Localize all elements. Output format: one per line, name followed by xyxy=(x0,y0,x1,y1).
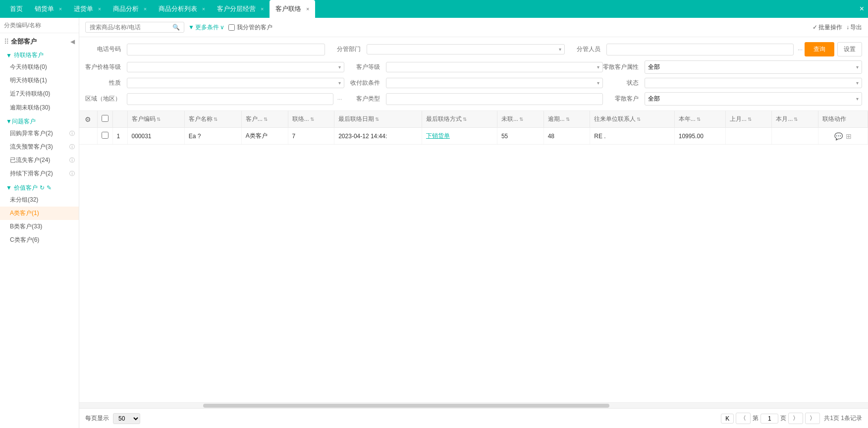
td-check-0 xyxy=(97,128,112,145)
sidebar-item-class-b[interactable]: B类客户(33) xyxy=(0,220,79,233)
page-size-select[interactable]: 50 100 200 xyxy=(113,413,140,424)
retail-customer-select[interactable]: 全部 ▾ xyxy=(645,92,862,106)
sidebar-item-unclassified[interactable]: 未分组(32) xyxy=(0,193,79,207)
status-select[interactable]: ▾ xyxy=(645,78,862,88)
customer-type-input[interactable] xyxy=(386,93,603,105)
search-box[interactable]: 🔍 xyxy=(85,22,184,33)
customer-level-select[interactable]: ▾ xyxy=(386,62,603,72)
region-more-button[interactable]: ··· xyxy=(335,96,344,103)
chat-icon-0[interactable]: 💬 xyxy=(834,132,843,140)
select-all-checkbox[interactable] xyxy=(102,115,108,122)
export-button[interactable]: ↓ 导出 xyxy=(846,23,862,32)
page-size-label: 每页显示 xyxy=(85,414,109,423)
row-checkbox-0[interactable] xyxy=(102,132,108,139)
sidebar-item-overdue[interactable]: 逾期未联络(30) xyxy=(0,101,79,114)
nav-customer-tier[interactable]: 客户分层经营 × xyxy=(211,0,270,18)
value-refresh-icon[interactable]: ↻ xyxy=(40,184,45,191)
retail-attr-select[interactable]: 全部 ▾ xyxy=(645,60,862,74)
nature-select[interactable]: ▾ xyxy=(127,78,344,88)
td-last-method-0: 下销货单 xyxy=(422,128,497,145)
nav-customer-contact[interactable]: 客户联络 × xyxy=(270,0,315,18)
close-product-analysis-list[interactable]: × xyxy=(202,6,205,12)
sort-unit-contact-icon[interactable]: ⇅ xyxy=(637,116,641,122)
sidebar-item-repurchase-anomaly[interactable]: 回购异常客户(2) ⓘ xyxy=(0,127,79,140)
th-check xyxy=(97,111,112,128)
value-edit-icon[interactable]: ✎ xyxy=(47,184,52,191)
sidebar-item-today[interactable]: 今天待联络(0) xyxy=(0,60,79,74)
table-row: 1 000031 Ea ? A类客户 7 2023-04-12 14:44: 下… xyxy=(79,128,868,145)
filter-cell-payment: 收付款条件 ▾ xyxy=(344,78,603,88)
prev-page-button[interactable]: 〈 xyxy=(736,413,751,424)
my-customer-checkbox[interactable]: 我分管的客户 xyxy=(228,23,272,32)
batch-op-icon: ✓ xyxy=(813,24,817,31)
sort-code-icon[interactable]: ⇅ xyxy=(157,116,161,122)
scrollbar-thumb[interactable] xyxy=(203,404,609,408)
customer-level-label: 客户等级 xyxy=(344,63,384,71)
phone-input[interactable] xyxy=(127,44,325,55)
last-method-link-0[interactable]: 下销货单 xyxy=(426,132,450,139)
sort-name-icon[interactable]: ⇅ xyxy=(214,116,217,122)
nav-product-analysis-list[interactable]: 商品分析列表 × xyxy=(153,0,211,18)
sort-overdue-icon[interactable]: ⇅ xyxy=(566,116,570,122)
nav-product-analysis[interactable]: 商品分析 × xyxy=(107,0,153,18)
sidebar-item-churned[interactable]: 已流失客户(24) ⓘ xyxy=(0,154,79,167)
close-product-analysis[interactable]: × xyxy=(144,6,147,12)
value-group-label: 价值客户 xyxy=(14,184,38,192)
nav-sales-order[interactable]: 销货单 × xyxy=(29,0,68,18)
sort-last-date-icon[interactable]: ⇅ xyxy=(375,116,379,122)
next-page-button[interactable]: 〉 xyxy=(788,413,803,424)
sidebar-problem-group[interactable]: ▼ 问题客户 xyxy=(0,114,79,127)
sort-contact-icon[interactable]: ⇅ xyxy=(310,116,314,122)
region-input[interactable] xyxy=(127,93,333,105)
sidebar-item-tomorrow[interactable]: 明天待联络(1) xyxy=(0,74,79,87)
sidebar-pending-group[interactable]: ▼ 待联络客户 xyxy=(0,48,79,60)
nature-label: 性质 xyxy=(85,79,125,87)
sort-type-icon[interactable]: ⇅ xyxy=(264,116,268,122)
manager-input[interactable] xyxy=(606,44,794,55)
sidebar-item-class-c[interactable]: C类客户(6) xyxy=(0,233,79,247)
dept-select[interactable]: ▾ xyxy=(367,44,565,54)
td-name-0: Ea ? xyxy=(184,128,241,145)
sort-no-contact-icon[interactable]: ⇅ xyxy=(519,116,523,122)
last-page-button[interactable]: 〉 xyxy=(805,413,820,424)
more-filter-button[interactable]: ▼ 更多条件 ∨ xyxy=(188,23,224,32)
payment-select[interactable]: ▾ xyxy=(386,78,603,88)
table-gear-icon[interactable]: ⚙ xyxy=(85,115,91,123)
first-page-button[interactable]: K xyxy=(721,414,734,424)
close-purchase-order[interactable]: × xyxy=(98,6,101,12)
sidebar-item-churn-warning[interactable]: 流失预警客户(3) ⓘ xyxy=(0,140,79,154)
page-number-input[interactable] xyxy=(760,414,778,424)
close-customer-contact[interactable]: × xyxy=(306,6,309,12)
sidebar-item-7days[interactable]: 近7天待联络(0) xyxy=(0,87,79,101)
sort-last-method-icon[interactable]: ⇅ xyxy=(463,116,467,122)
close-customer-tier[interactable]: × xyxy=(261,6,264,12)
toolbar-right: ✓ 批量操作 ↓ 导出 xyxy=(813,23,862,32)
sidebar-search-box[interactable]: 🔍 xyxy=(0,18,79,33)
sidebar-all-customers-header[interactable]: ⠿ 全部客户 ◀ xyxy=(0,33,79,48)
sort-this-month-icon[interactable]: ⇅ xyxy=(794,116,798,122)
sidebar-item-class-a[interactable]: A类客户(1) xyxy=(0,207,79,220)
retail-attr-label: 零散客户属性 xyxy=(603,63,643,71)
info-icon-declining: ⓘ xyxy=(69,169,75,178)
sort-last-month-icon[interactable]: ⇅ xyxy=(748,116,752,122)
sort-this-year-icon[interactable]: ⇅ xyxy=(697,116,701,122)
search-icon[interactable]: 🔍 xyxy=(172,24,180,31)
th-last-method: 最后联络方式⇅ xyxy=(422,111,497,128)
nav-purchase-order[interactable]: 进货单 × xyxy=(68,0,107,18)
nav-home[interactable]: 首页 xyxy=(4,0,29,18)
sidebar-item-declining[interactable]: 持续下滑客户(2) ⓘ xyxy=(0,167,79,180)
sidebar-collapse-button[interactable]: ◀ xyxy=(70,38,75,45)
close-window-button[interactable]: × xyxy=(860,4,864,13)
manager-more-button[interactable]: ··· xyxy=(796,46,805,53)
qr-icon-0[interactable]: ⊞ xyxy=(846,132,852,140)
close-sales-order[interactable]: × xyxy=(59,6,62,12)
filter-row-1: 电话号码 分管部门 ▾ 分管人员 ··· 查询 设置 xyxy=(85,42,862,56)
sidebar-search-input[interactable] xyxy=(4,22,78,29)
query-button[interactable]: 查询 xyxy=(805,42,834,56)
horizontal-scrollbar[interactable] xyxy=(79,402,868,408)
search-input[interactable] xyxy=(90,24,172,31)
price-level-select[interactable]: ▾ xyxy=(127,62,344,72)
batch-operation-button[interactable]: ✓ 批量操作 xyxy=(813,23,842,32)
setting-button[interactable]: 设置 xyxy=(837,42,862,56)
my-customer-check[interactable] xyxy=(228,24,235,31)
